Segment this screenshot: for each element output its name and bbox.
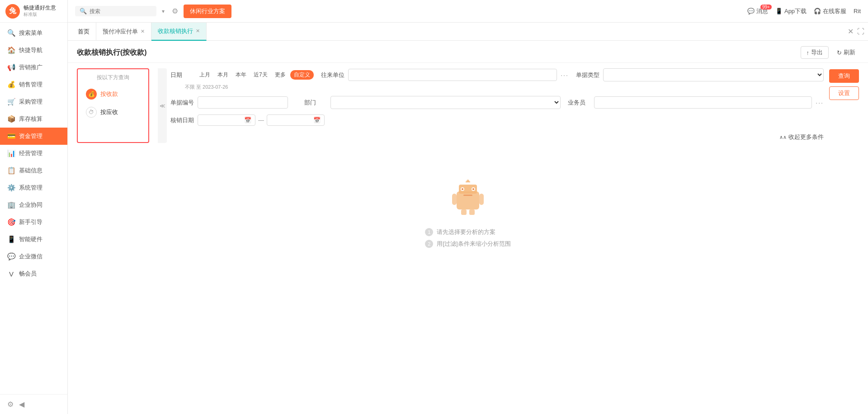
verify-date-end-input[interactable]: 2023-07-21 bbox=[271, 117, 311, 124]
verify-date-group: 核销日期 2023-03-01 📅 — 2023-07-21 bbox=[170, 114, 824, 126]
export-button[interactable]: ↑ 导出 bbox=[801, 46, 829, 59]
svg-rect-6 bbox=[463, 195, 472, 196]
sidebar-nav: 🔍 搜索菜单 🏠 快捷导航 📢 营销推广 💰 销售管理 🛒 采购管理 📦 库存核… bbox=[0, 23, 67, 394]
doc-type-group: 单据类型 bbox=[576, 68, 824, 81]
date-limit-text: 不限 至 2023-07-26 bbox=[185, 84, 228, 90]
filter-sidebar-wrap: 按以下方查询 💰 按收款 ⏱ 按应收 ≪ bbox=[77, 68, 167, 143]
sidebar-item-hardware[interactable]: 📱 智能硬件 bbox=[0, 231, 67, 248]
dept-select[interactable] bbox=[330, 96, 561, 109]
tab-home-label: 首页 bbox=[78, 28, 90, 36]
filter-sidebar: 按以下方查询 💰 按收款 ⏱ 按应收 bbox=[77, 68, 149, 143]
filter-collapse-button[interactable]: ≪ bbox=[158, 68, 167, 143]
staff-dots-icon[interactable]: ··· bbox=[816, 99, 824, 106]
page-header: 收款核销执行(按收款) ↑ 导出 ↻ 刷新 bbox=[68, 41, 868, 63]
sidebar-item-quick-nav[interactable]: 🏠 快捷导航 bbox=[0, 42, 67, 59]
sidebar-item-operation[interactable]: 📊 经营管理 bbox=[0, 145, 67, 162]
basic-icon: 📋 bbox=[7, 167, 15, 175]
page-header-actions: ↑ 导出 ↻ 刷新 bbox=[801, 46, 859, 59]
verify-date-label: 核销日期 bbox=[170, 116, 194, 124]
sidebar-item-basic[interactable]: 📋 基础信息 bbox=[0, 162, 67, 179]
doc-no-input[interactable] bbox=[198, 96, 288, 109]
sidebar-item-member[interactable]: V 畅会员 bbox=[0, 265, 67, 282]
svg-point-5 bbox=[472, 188, 474, 190]
verify-date-start-calendar-icon[interactable]: 📅 bbox=[244, 117, 251, 124]
topbar-gear-icon[interactable]: ⚙ bbox=[172, 7, 178, 15]
topbar-chevron-icon[interactable]: ▾ bbox=[162, 8, 165, 14]
search-icon: 🔍 bbox=[7, 29, 15, 37]
dept-group: 部门 bbox=[304, 96, 561, 109]
date-btn-custom[interactable]: 自定义 bbox=[290, 70, 314, 80]
topbar-app-download[interactable]: 📱 App下载 bbox=[775, 7, 807, 15]
app-download-label: App下载 bbox=[784, 7, 807, 15]
topbar-online-service[interactable]: 🎧 在线客服 bbox=[814, 7, 846, 15]
refresh-icon: ↻ bbox=[837, 49, 842, 56]
counterparty-input[interactable] bbox=[348, 69, 557, 81]
tab-close-window-button[interactable]: ✕ bbox=[848, 27, 854, 36]
tab-home[interactable]: 首页 bbox=[71, 23, 96, 41]
sidebar: 兔 畅捷通好生意 标准版 🔍 搜索菜单 🏠 快捷导航 📢 营销推广 💰 销售管理… bbox=[0, 0, 68, 414]
filter-option-by-receivable[interactable]: ⏱ 按应收 bbox=[82, 104, 144, 120]
tab-prepay-close-icon[interactable]: ✕ bbox=[141, 29, 145, 34]
svg-rect-8 bbox=[479, 194, 484, 205]
collapse-sidebar-icon[interactable]: ◀ bbox=[19, 400, 24, 409]
page-inner: 收款核销执行(按收款) ↑ 导出 ↻ 刷新 按以下方 bbox=[68, 41, 868, 414]
sidebar-item-marketing[interactable]: 📢 营销推广 bbox=[0, 59, 67, 76]
tab-receipts-close-icon[interactable]: ✕ bbox=[196, 28, 200, 34]
verify-date-end-wrap: 2023-07-21 📅 bbox=[267, 114, 325, 126]
sidebar-label-member: 畅会员 bbox=[19, 270, 37, 278]
query-button[interactable]: 查询 bbox=[829, 69, 859, 83]
sidebar-label-marketing: 营销推广 bbox=[19, 63, 42, 71]
tab-maximize-button[interactable]: ⛶ bbox=[857, 27, 864, 36]
date-btn-more[interactable]: 更多 bbox=[272, 70, 288, 80]
svg-point-4 bbox=[462, 188, 463, 190]
filter-row-1: 日期 上月 本月 本年 近7天 更多 自定义 bbox=[170, 68, 824, 81]
app-logo: 兔 畅捷通好生意 标准版 bbox=[0, 0, 67, 23]
sidebar-item-enterprise[interactable]: 🏢 企业协同 bbox=[0, 196, 67, 214]
settings-button[interactable]: 设置 bbox=[829, 86, 859, 100]
date-btn-7days[interactable]: 近7天 bbox=[251, 70, 270, 80]
topbar-search-icon: 🔍 bbox=[80, 8, 87, 14]
date-range-separator: — bbox=[258, 117, 264, 124]
sidebar-item-search[interactable]: 🔍 搜索菜单 bbox=[0, 24, 67, 42]
sidebar-item-purchase[interactable]: 🛒 采购管理 bbox=[0, 93, 67, 110]
receivable-option-icon: ⏱ bbox=[86, 107, 97, 118]
purchase-icon: 🛒 bbox=[7, 98, 15, 106]
date-btn-last-month[interactable]: 上月 bbox=[197, 70, 213, 80]
sidebar-item-inventory[interactable]: 📦 库存核算 bbox=[0, 110, 67, 128]
topbar-search-input[interactable] bbox=[90, 8, 148, 14]
sidebar-item-guide[interactable]: 🎯 新手引导 bbox=[0, 214, 67, 231]
logo-text: 畅捷通好生意 bbox=[24, 5, 56, 12]
sidebar-item-system[interactable]: ⚙️ 系统管理 bbox=[0, 179, 67, 196]
sidebar-label-inventory: 库存核算 bbox=[19, 115, 42, 123]
date-limit-wrap: 不限 至 2023-07-26 bbox=[170, 83, 824, 90]
filter-form: 日期 上月 本月 本年 近7天 更多 自定义 bbox=[170, 68, 824, 143]
verify-date-end-calendar-icon[interactable]: 📅 bbox=[313, 117, 321, 124]
doc-type-select[interactable] bbox=[603, 68, 824, 81]
system-icon: ⚙️ bbox=[7, 184, 15, 192]
member-icon: V bbox=[7, 270, 15, 278]
sidebar-label-system: 系统管理 bbox=[19, 184, 42, 192]
doc-no-group: 单据编号 bbox=[170, 96, 297, 109]
refresh-label: 刷新 bbox=[844, 48, 855, 57]
collapse-more-button[interactable]: ∧∧ 收起更多条件 bbox=[170, 131, 824, 143]
refresh-button[interactable]: ↻ 刷新 bbox=[833, 47, 859, 58]
date-btn-this-month[interactable]: 本月 bbox=[215, 70, 231, 80]
sidebar-item-wechat[interactable]: 💬 企业微信 bbox=[0, 248, 67, 265]
sidebar-label-hardware: 智能硬件 bbox=[19, 235, 42, 243]
message-badge: 99+ bbox=[760, 5, 772, 10]
staff-input[interactable] bbox=[594, 96, 812, 109]
solution-button[interactable]: 休闲行业方案 bbox=[184, 5, 231, 18]
settings-bottom-icon[interactable]: ⚙ bbox=[7, 400, 14, 409]
guide-icon: 🎯 bbox=[7, 218, 15, 226]
sidebar-item-finance[interactable]: 💳 资金管理 bbox=[0, 128, 67, 145]
sidebar-item-sales[interactable]: 💰 销售管理 bbox=[0, 76, 67, 93]
topbar-message[interactable]: 💬 消息 99+ bbox=[747, 7, 768, 15]
verify-date-start-input[interactable]: 2023-03-01 bbox=[202, 117, 242, 124]
counterparty-dots-icon[interactable]: ··· bbox=[561, 71, 569, 79]
tab-prepay[interactable]: 预付冲应付单 ✕ bbox=[96, 23, 151, 41]
date-btn-this-year[interactable]: 本年 bbox=[233, 70, 249, 80]
topbar-search-box[interactable]: 🔍 bbox=[75, 6, 156, 16]
tab-receipts[interactable]: 收款核销执行 ✕ bbox=[151, 23, 207, 41]
doc-no-label: 单据编号 bbox=[170, 99, 194, 107]
filter-option-by-receipt[interactable]: 💰 按收款 bbox=[82, 86, 144, 102]
